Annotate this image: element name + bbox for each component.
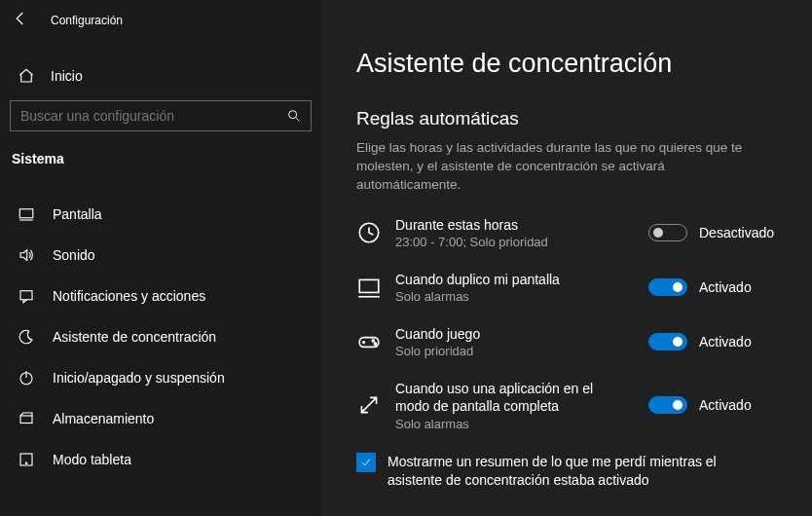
svg-point-0	[289, 111, 297, 119]
svg-rect-8	[359, 279, 379, 292]
back-icon[interactable]	[12, 10, 29, 30]
sidebar-home[interactable]: Inicio	[0, 57, 321, 94]
toggle-gaming[interactable]	[648, 333, 687, 350]
rule-gaming[interactable]: Cuando juego Solo prioridad Activado	[356, 325, 785, 358]
sidebar-item-label: Pantalla	[53, 206, 102, 222]
toggle-hours[interactable]	[648, 224, 687, 241]
toggle-label: Activado	[699, 334, 752, 350]
main-content: Asistente de concentración Reglas automá…	[321, 0, 812, 516]
rule-duplicate-display[interactable]: Cuando duplico mi pantalla Solo alarmas …	[356, 271, 785, 304]
sidebar: Configuración Inicio Sistema Pantalla So…	[0, 0, 321, 516]
sidebar-item-notificaciones[interactable]: Notificaciones y acciones	[0, 276, 321, 316]
rule-sub: Solo alarmas	[395, 289, 648, 304]
fullscreen-icon	[356, 392, 382, 418]
rule-sub: Solo alarmas	[395, 417, 648, 431]
summary-checkbox-label: Mostrarme un resumen de lo que me perdí …	[388, 453, 748, 490]
sidebar-item-label: Sonido	[53, 247, 95, 263]
svg-rect-4	[20, 416, 32, 424]
app-title: Configuración	[51, 14, 123, 27]
svg-rect-2	[20, 291, 32, 300]
svg-rect-1	[19, 209, 33, 218]
svg-point-6	[25, 462, 27, 464]
rule-title: Cuando uso una aplicación en el modo de …	[395, 380, 600, 415]
search-box	[10, 100, 312, 131]
sidebar-item-concentracion[interactable]: Asistente de concentración	[0, 316, 321, 357]
toggle-fullscreen[interactable]	[648, 396, 687, 414]
moon-icon	[18, 328, 35, 346]
toggle-label: Desactivado	[699, 225, 774, 240]
sidebar-item-energia[interactable]: Inicio/apagado y suspensión	[0, 357, 321, 398]
toggle-label: Activado	[699, 279, 752, 295]
summary-checkbox[interactable]	[356, 453, 376, 472]
sidebar-item-label: Modo tableta	[53, 452, 131, 467]
rule-hours[interactable]: Durante estas horas 23:00 - 7:00; Solo p…	[356, 216, 785, 249]
sidebar-item-almacenamiento[interactable]: Almacenamiento	[0, 398, 321, 439]
toggle-duplicate[interactable]	[648, 278, 687, 296]
page-title: Asistente de concentración	[356, 49, 785, 79]
svg-point-11	[374, 343, 376, 345]
toggle-label: Activado	[699, 397, 752, 413]
power-icon	[18, 369, 35, 387]
sidebar-item-sonido[interactable]: Sonido	[0, 235, 321, 276]
gamepad-icon	[356, 329, 382, 354]
sidebar-item-label: Almacenamiento	[53, 411, 154, 426]
sound-icon	[18, 246, 35, 264]
summary-checkbox-row: Mostrarme un resumen de lo que me perdí …	[356, 453, 785, 490]
sidebar-item-label: Inicio/apagado y suspensión	[53, 370, 225, 386]
sidebar-item-label: Notificaciones y acciones	[53, 288, 205, 304]
sidebar-nav: Pantalla Sonido Notificaciones y accione…	[0, 194, 321, 480]
search-input[interactable]	[10, 100, 312, 131]
svg-point-10	[372, 340, 374, 342]
titlebar: Configuración	[0, 0, 321, 38]
clock-icon	[356, 220, 382, 245]
monitor-icon	[356, 275, 382, 300]
display-icon	[18, 205, 35, 223]
rules-description: Elige las horas y las actividades durant…	[356, 139, 756, 195]
sidebar-item-label: Asistente de concentración	[53, 329, 216, 345]
rule-sub: Solo prioridad	[395, 344, 648, 358]
notification-icon	[18, 287, 35, 305]
storage-icon	[18, 410, 35, 427]
sidebar-item-tableta[interactable]: Modo tableta	[0, 439, 321, 480]
rule-title: Cuando juego	[395, 325, 600, 343]
sidebar-item-pantalla[interactable]: Pantalla	[0, 194, 321, 235]
home-icon	[18, 67, 35, 85]
rule-sub: 23:00 - 7:00; Solo prioridad	[395, 235, 648, 249]
rule-title: Durante estas horas	[395, 216, 600, 234]
tablet-icon	[18, 451, 35, 468]
sidebar-home-label: Inicio	[51, 68, 83, 84]
sidebar-section: Sistema	[0, 131, 321, 178]
rules-heading: Reglas automáticas	[356, 108, 785, 129]
rule-fullscreen[interactable]: Cuando uso una aplicación en el modo de …	[356, 380, 785, 430]
rule-title: Cuando duplico mi pantalla	[395, 271, 600, 288]
